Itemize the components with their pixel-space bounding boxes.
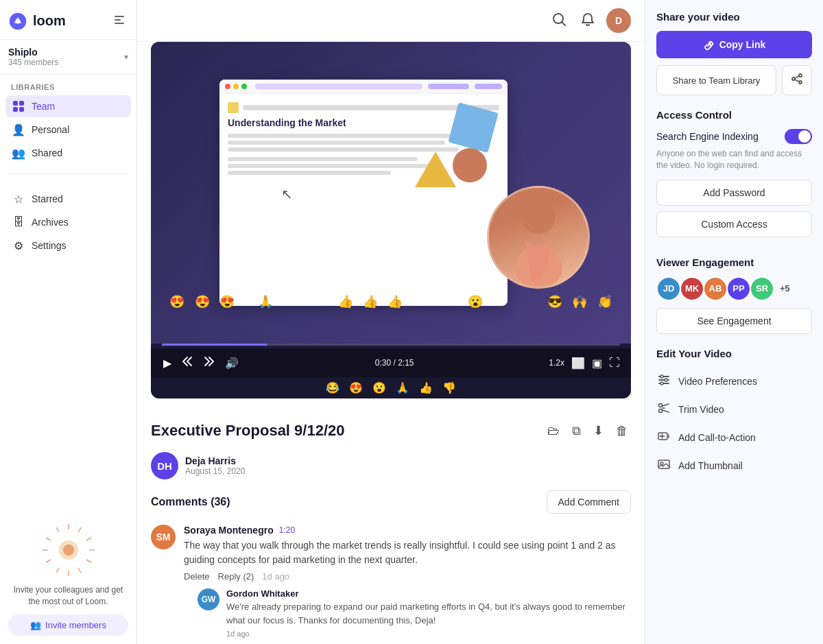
team-label: Team	[32, 101, 55, 112]
creator-avatar: DH	[151, 452, 178, 479]
workspace-selector[interactable]: Shiplo 345 members ▾	[0, 40, 136, 75]
time-ago: 1d ago	[262, 571, 289, 582]
video-info: Executive Proposal 9/12/20 🗁 ⧉ ⬇ 🗑	[137, 412, 645, 452]
cta-icon	[656, 429, 671, 446]
sidebar-item-team[interactable]: Team	[5, 95, 131, 117]
add-thumbnail-label: Add Thumbnail	[678, 460, 743, 471]
reply-item: GW Gordon Whitaker We're already prepari…	[198, 588, 631, 638]
svg-line-30	[795, 76, 799, 78]
workspace-name: Shiplo	[8, 47, 58, 58]
share-team-library-button[interactable]: Share to Team Library	[656, 65, 776, 95]
search-button[interactable]	[549, 9, 569, 33]
add-password-button[interactable]: Add Password	[656, 180, 812, 206]
fullscreen-button[interactable]: ⛶	[609, 357, 620, 369]
access-description: Anyone on the web can find and access th…	[656, 148, 812, 171]
share-team-row: Share to Team Library	[656, 65, 812, 95]
user-avatar[interactable]: D	[606, 8, 631, 33]
svg-line-17	[46, 560, 51, 562]
sidebar-item-personal[interactable]: 👤 Personal	[5, 119, 131, 141]
svg-point-29	[799, 81, 802, 84]
video-preview: Understanding the Market ↖	[151, 42, 631, 344]
sidebar-item-archives[interactable]: 🗄 Archives	[5, 211, 131, 233]
svg-line-14	[78, 568, 81, 573]
viewer-avatars: JD MK AB PP SR +5	[656, 276, 812, 301]
trim-video-item[interactable]: Trim Video	[656, 396, 812, 424]
play-button[interactable]: ▶	[162, 355, 173, 371]
folder-button[interactable]: 🗁	[545, 420, 562, 441]
custom-access-button[interactable]: Custom Access	[656, 211, 812, 237]
app-name: loom	[33, 13, 66, 29]
viewer-engagement-title: Viewer Engagement	[656, 257, 812, 268]
sunburst-decoration	[41, 523, 96, 577]
add-thumbnail-item[interactable]: Add Thumbnail	[656, 452, 812, 480]
archive-icon: 🗄	[12, 216, 25, 228]
libraries-label: Libraries	[5, 83, 131, 95]
svg-point-37	[660, 382, 663, 385]
add-cta-label: Add Call-to-Action	[678, 432, 756, 443]
viewer-avatar-5: SR	[750, 276, 774, 301]
invite-members-button[interactable]: 👥 Invite members	[8, 615, 128, 636]
sidebar-item-shared[interactable]: 👥 Shared	[5, 142, 131, 164]
add-cta-item[interactable]: Add Call-to-Action	[656, 424, 812, 452]
volume-button[interactable]: 🔊	[224, 355, 240, 371]
emoji-thumbsdown: 👎	[442, 381, 456, 394]
add-comment-button[interactable]: Add Comment	[547, 490, 631, 514]
edit-video-title: Edit Your Video	[656, 348, 812, 359]
rewind-button[interactable]	[180, 354, 195, 372]
share-more-button[interactable]	[782, 65, 812, 95]
speed-button[interactable]: 1.2x	[549, 358, 564, 368]
delete-comment-button[interactable]: Delete	[184, 571, 210, 582]
team-icon	[12, 100, 25, 112]
notifications-button[interactable]	[577, 9, 598, 33]
copy-button[interactable]: ⧉	[569, 420, 584, 441]
libraries-section: Libraries Team 👤 Personal 👥 Shared	[0, 75, 136, 168]
reply-button[interactable]: Reply (2)	[218, 571, 254, 582]
svg-line-41	[662, 409, 669, 412]
thumbnail-icon	[656, 457, 671, 475]
reply-text: We're already preparing to expand our pa…	[226, 600, 631, 627]
svg-line-19	[46, 538, 51, 540]
video-preferences-item[interactable]: Video Preferences	[656, 368, 812, 396]
loom-logo: loom	[8, 12, 66, 31]
emoji-pray: 🙏	[396, 381, 409, 394]
svg-point-35	[660, 375, 663, 378]
sidebar-bottom: Invite your colleagues and get the most …	[0, 514, 136, 644]
normal-view-button[interactable]: ⬜	[571, 357, 585, 370]
fast-forward-button[interactable]	[202, 354, 217, 372]
person-icon: 👤	[12, 123, 25, 136]
see-engagement-button[interactable]: See Engagement	[656, 308, 812, 334]
viewer-engagement-section: Viewer Engagement JD MK AB PP SR +5 See …	[656, 257, 812, 334]
trim-video-label: Trim Video	[678, 404, 724, 415]
copy-link-button[interactable]: Copy Link	[656, 31, 812, 58]
settings-label: Settings	[32, 240, 67, 251]
svg-rect-4	[115, 23, 124, 24]
small-view-button[interactable]: ▣	[592, 357, 602, 370]
comment-body: Soraya Montenegro 1:20 The way that you …	[184, 525, 631, 638]
workspace-members: 345 members	[8, 58, 58, 67]
svg-point-1	[16, 19, 21, 23]
sidebar-toggle-button[interactable]	[110, 11, 128, 31]
svg-line-20	[56, 527, 59, 532]
viewer-avatar-2: MK	[680, 276, 704, 301]
svg-point-27	[799, 74, 802, 77]
delete-button[interactable]: 🗑	[613, 420, 631, 441]
search-indexing-row: Search Engine Indexing	[656, 129, 812, 144]
video-preferences-label: Video Preferences	[678, 376, 757, 387]
search-indexing-toggle[interactable]	[785, 129, 812, 144]
time-display: 0:30 / 2:15	[375, 358, 414, 368]
viewer-extra-count: +5	[780, 283, 790, 294]
svg-line-31	[795, 80, 799, 82]
sidebar-item-settings[interactable]: ⚙ Settings	[5, 235, 131, 257]
comment-author: Soraya Montenegro	[184, 525, 274, 536]
shared-icon: 👥	[12, 147, 25, 159]
chevron-down-icon: ▾	[124, 52, 128, 62]
sidebar-item-starred[interactable]: ☆ Starred	[5, 188, 131, 210]
access-control-title: Access Control	[656, 109, 812, 121]
edit-video-section: Edit Your Video Video Preferences Trim V…	[656, 348, 812, 480]
download-button[interactable]: ⬇	[591, 420, 606, 441]
emoji-laugh: 😂	[326, 381, 339, 394]
video-slide: Understanding the Market ↖	[219, 80, 508, 306]
loom-logo-icon	[8, 12, 27, 31]
sidebar: loom Shiplo 345 members ▾ Libraries Team…	[0, 0, 137, 644]
video-title: Executive Proposal 9/12/20	[151, 422, 345, 440]
